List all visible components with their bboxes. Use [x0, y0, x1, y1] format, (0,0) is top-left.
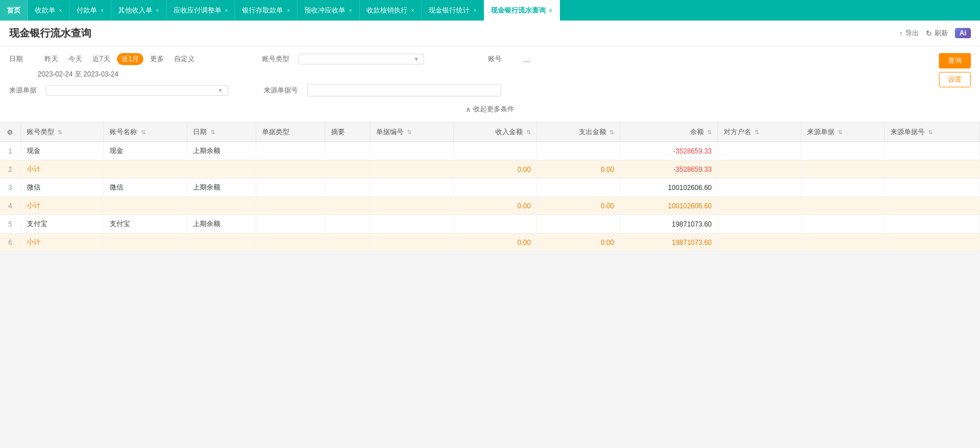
date-opt-more[interactable]: 更多 [147, 53, 167, 65]
table-row: 6小计0.000.0019871073.60 [0, 233, 980, 252]
nav-tab-8[interactable]: 现金银行流水查询 × [484, 0, 560, 21]
cell-source-doc [801, 215, 885, 233]
cell-source-doc [801, 233, 885, 252]
cell-income: 0.00 [453, 197, 537, 215]
cell-account-type: 支付宝 [21, 215, 104, 233]
date-opt-yesterday[interactable]: 昨天 [41, 53, 62, 65]
account-label: 账号 [488, 54, 511, 64]
cell-summary [325, 215, 370, 233]
col-income[interactable]: 收入金额 ⇅ [453, 123, 537, 142]
col-summary[interactable]: 摘要 [325, 123, 370, 142]
sort-icon-source-doc: ⇅ [838, 129, 842, 135]
nav-tab-7[interactable]: 现金银行统计 × [422, 0, 484, 21]
cell-source-doc [801, 179, 885, 197]
refresh-button[interactable]: ↻ 刷新 [926, 29, 948, 38]
close-icon-0[interactable]: × [59, 7, 62, 14]
sort-icon-doc-no: ⇅ [407, 129, 412, 135]
cell-balance: 19871073.60 [620, 215, 717, 233]
cell-date [187, 160, 256, 179]
cell-source-doc-no [884, 142, 979, 160]
cell-account-name: 现金 [104, 142, 187, 160]
cell-index: 4 [0, 197, 21, 215]
nav-tab-1[interactable]: 付款单 × [70, 0, 111, 21]
date-opt-7days[interactable]: 近7天 [89, 53, 114, 65]
cell-expense [537, 215, 620, 233]
nav-tab-2[interactable]: 其他收入单 × [111, 0, 167, 21]
cell-doc-type [256, 197, 325, 215]
date-opt-1month[interactable]: 近1月 [117, 53, 144, 65]
cell-counterpart [718, 142, 801, 160]
date-options: 昨天 今天 近7天 近1月 更多 自定义 [41, 53, 198, 65]
table-header-row: ⚙ 账号类型 ⇅ 账号名称 ⇅ 日期 ⇅ 单据类型 摘要 [0, 123, 980, 142]
refresh-icon: ↻ [926, 29, 932, 38]
nav-tab-6[interactable]: 收款核销执行 × [360, 0, 422, 21]
cell-summary [325, 233, 370, 252]
source-doc-no-input[interactable] [307, 84, 501, 96]
cell-income [453, 215, 537, 233]
sort-icon-balance: ⇅ [707, 129, 712, 135]
account-type-select[interactable]: ▼ [299, 54, 424, 64]
cell-expense: 0.00 [537, 197, 620, 215]
col-account-type[interactable]: 账号类型 ⇅ [21, 123, 104, 142]
table-row: 5支付宝支付宝上期余额19871073.60 [0, 215, 980, 233]
col-counterpart[interactable]: 对方户名 ⇅ [718, 123, 801, 142]
col-balance[interactable]: 余额 ⇅ [620, 123, 717, 142]
source-doc-select[interactable]: ▼ [46, 85, 228, 96]
cell-date: 上期余额 [187, 142, 256, 160]
close-icon-2[interactable]: × [156, 7, 159, 14]
cell-doc-no [370, 160, 453, 179]
sort-icon-account-name: ⇅ [141, 129, 146, 135]
col-date[interactable]: 日期 ⇅ [187, 123, 256, 142]
cell-account-type: 小计 [21, 160, 104, 179]
nav-home[interactable]: 首页 [0, 0, 28, 21]
account-ellipsis[interactable]: ... [520, 54, 534, 65]
col-doc-type[interactable]: 单据类型 [256, 123, 325, 142]
col-doc-no[interactable]: 单据编号 ⇅ [370, 123, 453, 142]
collapse-bar[interactable]: ∧ 收起更多条件 [9, 101, 971, 115]
cell-account-type: 微信 [21, 179, 104, 197]
cell-counterpart [718, 233, 801, 252]
close-icon-1[interactable]: × [100, 7, 104, 14]
cell-date: 上期余额 [187, 215, 256, 233]
close-icon-6[interactable]: × [411, 7, 414, 14]
cell-summary [325, 197, 370, 215]
table-row: 3微信微信上期余额100102606.60 [0, 179, 980, 197]
close-icon-3[interactable]: × [225, 7, 228, 14]
col-source-doc[interactable]: 来源单据 ⇅ [801, 123, 885, 142]
query-button[interactable]: 查询 [939, 53, 971, 68]
cell-doc-no [370, 142, 453, 160]
col-source-doc-no[interactable]: 来源单据号 ⇅ [884, 123, 979, 142]
close-icon-5[interactable]: × [349, 7, 352, 14]
date-opt-today[interactable]: 今天 [65, 53, 86, 65]
export-button[interactable]: ↑ 导出 [900, 29, 919, 38]
cell-balance: -3528659.33 [620, 142, 717, 160]
ai-badge[interactable]: Ai [955, 28, 971, 38]
cell-summary [325, 179, 370, 197]
close-icon-7[interactable]: × [473, 7, 477, 14]
col-gear[interactable]: ⚙ [0, 123, 21, 142]
sort-icon-date: ⇅ [211, 129, 215, 135]
nav-tab-5[interactable]: 预收冲应收单 × [297, 0, 360, 21]
nav-tab-0[interactable]: 收款单 × [28, 0, 70, 21]
cell-expense: 0.00 [537, 160, 620, 179]
settings-button[interactable]: 设置 [939, 72, 971, 87]
date-opt-custom[interactable]: 自定义 [171, 53, 198, 65]
cell-index: 1 [0, 142, 21, 160]
table-body: 1现金现金上期余额-3528659.332小计0.000.00-3528659.… [0, 142, 980, 252]
cell-index: 5 [0, 215, 21, 233]
cell-account-type: 现金 [21, 142, 104, 160]
cell-doc-type [256, 179, 325, 197]
cell-source-doc-no [884, 160, 979, 179]
col-expense[interactable]: 支出金额 ⇅ [537, 123, 620, 142]
sort-icon-counterpart: ⇅ [755, 129, 759, 135]
col-account-name[interactable]: 账号名称 ⇅ [104, 123, 187, 142]
cell-source-doc [801, 142, 885, 160]
cell-doc-type [256, 142, 325, 160]
close-icon-4[interactable]: × [287, 7, 290, 14]
nav-tab-3[interactable]: 应收应付调整单 × [167, 0, 236, 21]
cell-doc-no [370, 215, 453, 233]
close-icon-8[interactable]: × [549, 7, 552, 14]
filter-row-2: 来源单据 ▼ 来源单据号 [9, 84, 939, 96]
cell-account-name [104, 233, 187, 252]
nav-tab-4[interactable]: 银行存取款单 × [235, 0, 297, 21]
